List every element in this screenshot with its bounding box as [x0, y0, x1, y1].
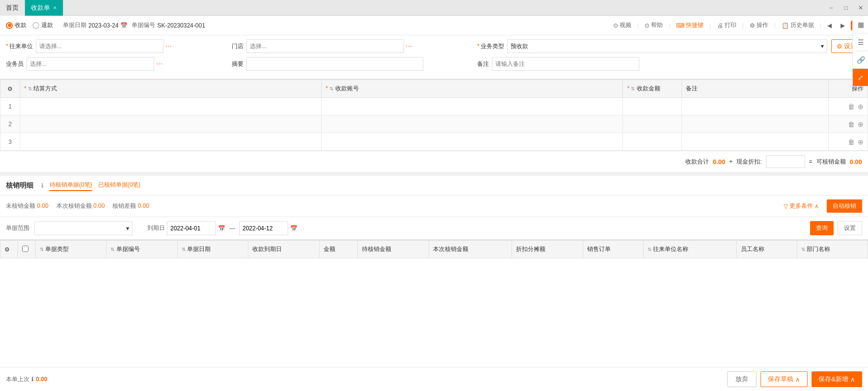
query-button[interactable]: 查询 — [810, 221, 834, 235]
bt-docdate-header: ⇅ 单据日期 — [177, 241, 248, 258]
calendar-to-icon[interactable]: 📅 — [290, 225, 298, 232]
query-settings-group: 查询 设置 — [810, 221, 862, 235]
history-button[interactable]: 📋 历史单据 — [779, 20, 817, 30]
calendar-from-icon[interactable]: 📅 — [218, 225, 225, 232]
row-2-remark[interactable] — [682, 115, 829, 133]
biz-type-select[interactable]: 预收款 ▾ — [507, 39, 827, 53]
sidebar-list-icon[interactable]: ☰ — [853, 33, 868, 51]
range-chevron-icon: ▾ — [126, 225, 129, 232]
row-3-copy-icon[interactable]: ⊕ — [858, 138, 864, 146]
writeoff-header: 核销明细 ℹ 待核销单据(0笔) 已核销单据(0笔) — [0, 176, 868, 196]
row-1-copy-icon[interactable]: ⊕ — [858, 103, 864, 111]
uncleaned-stat: 未核销金额 0.00 — [6, 202, 49, 210]
save-new-chevron-icon: ∧ — [850, 376, 855, 383]
row-2-settlement[interactable] — [20, 115, 322, 133]
tab-home[interactable]: 首页 — [0, 0, 25, 16]
remark-input[interactable] — [492, 57, 639, 71]
abandon-button[interactable]: 放弃 — [727, 371, 757, 387]
filter-icon: ▽ — [784, 203, 788, 210]
staff-label: 业务员 — [6, 60, 24, 68]
done-tab[interactable]: 已核销单据(0笔) — [98, 180, 141, 191]
writeoff-info-icon[interactable]: ℹ — [41, 182, 44, 189]
tab-home-label: 首页 — [6, 3, 19, 12]
tab-close-icon[interactable]: × — [53, 4, 57, 11]
row-3-amount[interactable] — [623, 133, 682, 151]
account-header: * ⇅ 收款账号 — [322, 80, 623, 98]
receipt-radio[interactable]: 收款 — [6, 21, 27, 29]
auto-writeoff-button[interactable]: 自动核销 — [827, 199, 862, 213]
shortcut-button[interactable]: ⌨ 快捷键 — [673, 20, 706, 30]
operation-button[interactable]: ⚙ 操作 — [747, 20, 771, 30]
row-2-delete-icon[interactable]: 🗑 — [848, 120, 855, 128]
writeoff-toolbar: 单据范围 ▾ 到期日 📅 — 📅 查询 设置 — [0, 217, 868, 240]
row-2-amount[interactable] — [623, 115, 682, 133]
row-1-account[interactable] — [322, 98, 623, 115]
row-1-delete-icon[interactable]: 🗑 — [848, 103, 855, 111]
row-1-settlement[interactable] — [20, 98, 322, 115]
sidebar-link-icon[interactable]: 🔗 — [853, 51, 868, 69]
chevron-up-icon: ∧ — [814, 203, 819, 210]
bottom-bar: 本单上次 ℹ 0.00 放弃 保存草稿 ∧ 保存&新增 ∧ — [0, 367, 868, 391]
prev-button[interactable]: ◀ — [824, 21, 835, 30]
receipt-table-body: 1 🗑 ⊕ 2 — [0, 98, 868, 151]
video-button[interactable]: ⊙ 视频 — [610, 20, 634, 30]
bt-settings-header[interactable]: ⚙ — [0, 241, 18, 258]
row-3-remark[interactable] — [682, 133, 829, 151]
partner-more-icon[interactable]: ··· — [165, 42, 172, 51]
bt-partner-header: ⇅ 往来单位名称 — [644, 241, 737, 258]
row-1-remark[interactable] — [682, 98, 829, 115]
summary-label: 摘要 — [232, 60, 244, 68]
bt-checkbox-header[interactable] — [18, 241, 36, 258]
shop-input[interactable] — [246, 39, 404, 53]
sidebar-expand-icon[interactable]: ⤢ — [853, 69, 868, 86]
sidebar-table-icon[interactable]: ▦ — [853, 16, 868, 33]
close-button[interactable]: ✕ — [853, 0, 868, 16]
refund-radio-dot — [32, 22, 39, 29]
receipt-table: ⚙ * ⇅ 结算方式 * ⇅ 收款账号 * ⇅ 收款金额 — [0, 80, 868, 151]
range-select[interactable]: ▾ — [34, 222, 133, 235]
date-to-input[interactable] — [239, 222, 288, 235]
more-conditions-button[interactable]: ▽ 更多条件 ∧ — [784, 202, 819, 210]
date-value: 2023-03-24 — [88, 22, 118, 29]
help-button[interactable]: ⊙ 帮助 — [642, 20, 666, 30]
row-3-account[interactable] — [322, 133, 623, 151]
maximize-button[interactable]: □ — [839, 0, 853, 16]
save-draft-button[interactable]: 保存草稿 ∧ — [760, 371, 808, 387]
help-icon: ⊙ — [645, 22, 650, 29]
row-2-account[interactable] — [322, 115, 623, 133]
row-3-settlement[interactable] — [20, 133, 322, 151]
table-settings-header[interactable]: ⚙ — [0, 80, 20, 98]
shop-more-icon[interactable]: ··· — [406, 42, 412, 51]
row-2-num: 2 — [0, 115, 20, 133]
discount-label: 现金折扣: — [736, 158, 761, 166]
calendar-icon[interactable]: 📅 — [120, 22, 128, 29]
receipt-radio-label: 收款 — [15, 21, 27, 29]
refund-radio-label: 退款 — [41, 21, 53, 29]
partner-field: * 往来单位 ··· — [6, 39, 212, 53]
select-all-checkbox[interactable] — [22, 246, 28, 252]
row-2-copy-icon[interactable]: ⊕ — [858, 120, 864, 128]
row-3-delete-icon[interactable]: 🗑 — [848, 138, 855, 146]
row-1-amount[interactable] — [623, 98, 682, 115]
net-label: 可核销金额 — [816, 158, 846, 166]
summary-input[interactable] — [246, 57, 423, 71]
minimize-button[interactable]: − — [824, 0, 839, 16]
discount-input[interactable] — [766, 155, 805, 168]
tab-receipt[interactable]: 收款单 × — [25, 0, 63, 16]
refund-radio[interactable]: 退款 — [32, 21, 53, 29]
writeoff-settings-button[interactable]: 设置 — [838, 221, 862, 235]
biz-type-label: 业务类型 — [481, 42, 504, 51]
next-button[interactable]: ▶ — [838, 21, 848, 30]
bt-docnum-header: ⇅ 单据编号 — [107, 241, 177, 258]
staff-more-icon[interactable]: ··· — [156, 59, 163, 68]
pending-tab[interactable]: 待核销单据(0笔) — [50, 180, 92, 191]
form-row-1: * 往来单位 ··· 门店 ··· * 业务类型 预收款 ▾ — [6, 39, 862, 53]
print-button[interactable]: 🖨 打印 — [714, 20, 739, 30]
row-1-action: 🗑 ⊕ — [829, 98, 868, 115]
date-from-input[interactable] — [167, 222, 216, 235]
partner-input[interactable] — [36, 39, 163, 53]
calc-row: 收款合计 0.00 + 现金折扣: = 可核销金额 0.00 — [0, 151, 868, 172]
range-label: 单据范围 — [6, 224, 29, 232]
save-new-button[interactable]: 保存&新增 ∧ — [812, 371, 862, 387]
staff-input[interactable] — [27, 57, 154, 71]
